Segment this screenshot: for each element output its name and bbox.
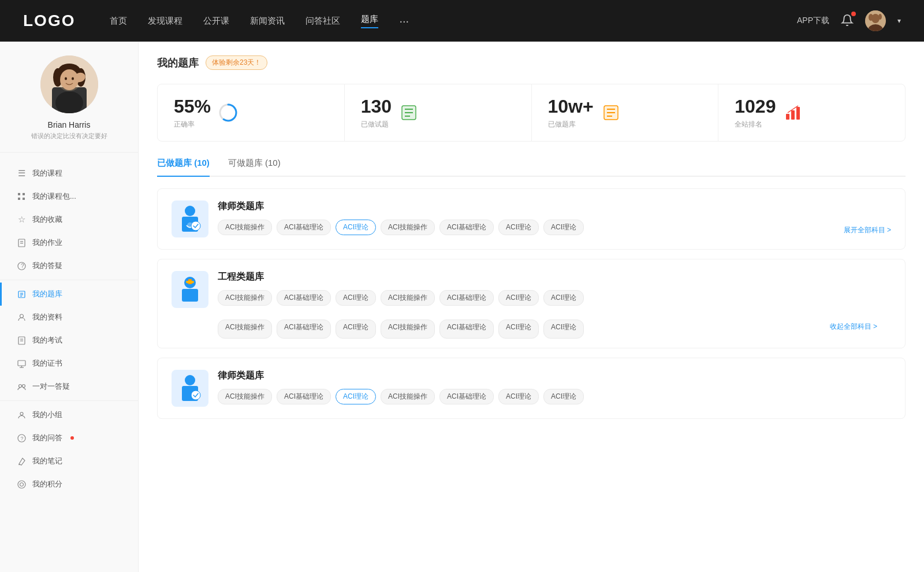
logo[interactable]: LOGO <box>23 12 75 30</box>
tag-2r-6[interactable]: ACI理论 <box>543 320 584 339</box>
stats-row: 55% 正确率 130 已做试题 <box>157 84 906 142</box>
sidebar-item-notes[interactable]: 我的笔记 <box>0 450 138 473</box>
tag-1-4[interactable]: ACI基础理论 <box>439 220 494 235</box>
quiz-bank-icon <box>16 289 27 299</box>
tag-1-1[interactable]: ACI基础理论 <box>277 220 331 235</box>
sidebar-item-homework[interactable]: 我的作业 <box>0 231 138 254</box>
app-download-button[interactable]: APP下载 <box>797 16 829 26</box>
sidebar-divider-2 <box>0 400 138 401</box>
tag-3-4[interactable]: ACI基础理论 <box>439 389 494 404</box>
page-header: 我的题库 体验剩余23天！ <box>157 55 906 70</box>
sidebar-item-group[interactable]: 我的小组 <box>0 403 138 426</box>
main-content: 我的题库 体验剩余23天！ 55% 正确率 <box>139 42 924 572</box>
tag-3-3[interactable]: ACI技能操作 <box>381 389 435 404</box>
tags-row-3: ACI技能操作 ACI基础理论 ACI理论 ACI技能操作 ACI基础理论 AC… <box>218 389 891 404</box>
user-menu-chevron[interactable]: ▾ <box>897 17 901 25</box>
svg-text:?: ? <box>21 263 24 269</box>
svg-point-61 <box>185 206 195 216</box>
sidebar-item-course[interactable]: ☰ 我的课程 <box>0 162 138 185</box>
avatar-image <box>865 10 886 31</box>
tag-2-5[interactable]: ACI理论 <box>498 290 539 306</box>
quiz-bank-header-2: 工程类题库 ACI技能操作 ACI基础理论 ACI理论 ACI技能操作 ACI基… <box>158 259 905 320</box>
sidebar-item-profile[interactable]: 我的资料 <box>0 306 138 329</box>
svg-point-64 <box>191 221 200 231</box>
svg-text:?: ? <box>20 436 23 441</box>
nav-more[interactable]: ··· <box>399 14 409 28</box>
tag-2r-4[interactable]: ACI基础理论 <box>439 320 494 339</box>
sidebar-item-points[interactable]: 我的积分 <box>0 473 138 496</box>
tags-row-2: ACI技能操作 ACI基础理论 ACI理论 ACI技能操作 ACI基础理论 AC… <box>218 290 891 306</box>
avatar-svg <box>40 55 98 113</box>
collapse-link-2[interactable]: 收起全部科目 > <box>816 320 891 339</box>
profile-section: Brian Harris 错误的决定比没有决定要好 <box>0 55 138 153</box>
profile-icon <box>16 312 27 322</box>
tag-2-4[interactable]: ACI基础理论 <box>439 290 494 306</box>
second-row-tags-2: ACI技能操作 ACI基础理论 ACI理论 ACI技能操作 ACI基础理论 AC… <box>204 320 905 348</box>
tab-todo[interactable]: 可做题库 (10) <box>228 158 281 176</box>
tag-2r-1[interactable]: ACI基础理论 <box>277 320 331 339</box>
tag-2r-3[interactable]: ACI技能操作 <box>381 320 435 339</box>
tag-1-2[interactable]: ACI理论 <box>336 220 376 235</box>
tag-3-2[interactable]: ACI理论 <box>336 389 376 404</box>
sidebar-item-quiz-bank[interactable]: 我的题库 <box>0 283 138 306</box>
sidebar-item-exam[interactable]: 我的考试 <box>0 329 138 352</box>
tag-2-0[interactable]: ACI技能操作 <box>218 290 272 306</box>
tag-2-2[interactable]: ACI理论 <box>336 290 376 306</box>
svg-point-44 <box>20 482 23 486</box>
stat-banks-value: 10w+ 已做题库 <box>548 96 594 129</box>
banks-done-icon <box>601 102 621 123</box>
notification-bell[interactable] <box>841 14 854 28</box>
quiz-bank-header-3: 律师类题库 ACI技能操作 ACI基础理论 ACI理论 ACI技能操作 ACI基… <box>158 358 905 418</box>
svg-rect-17 <box>18 193 20 195</box>
sidebar-item-question[interactable]: ? 我的问答 <box>0 426 138 450</box>
tag-3-0[interactable]: ACI技能操作 <box>218 389 272 404</box>
nav-home[interactable]: 首页 <box>110 16 127 27</box>
accuracy-chart-icon <box>218 102 239 123</box>
sidebar-divider-1 <box>0 280 138 280</box>
quiz-bank-header-1: 律师类题库 ACI技能操作 ACI基础理论 ACI理论 ACI技能操作 ACI基… <box>158 189 905 249</box>
tag-1-6[interactable]: ACI理论 <box>543 220 584 235</box>
exam-icon <box>16 335 27 346</box>
course-icon: ☰ <box>16 168 27 179</box>
nav-news[interactable]: 新闻资讯 <box>250 16 285 27</box>
user-avatar-nav[interactable] <box>865 10 886 31</box>
certificate-icon <box>16 358 27 369</box>
tab-done[interactable]: 已做题库 (10) <box>157 158 210 176</box>
engineer-bank-icon <box>172 271 208 308</box>
tag-2-1[interactable]: ACI基础理论 <box>277 290 331 306</box>
nav-qa[interactable]: 问答社区 <box>305 16 340 27</box>
stat-questions-done: 130 已做试题 <box>345 84 532 141</box>
stat-accuracy-value: 55% 正确率 <box>174 96 211 129</box>
tag-1-0[interactable]: ACI技能操作 <box>218 220 272 235</box>
tag-2-6[interactable]: ACI理论 <box>543 290 584 306</box>
sidebar-menu: ☰ 我的课程 我的课程包... ☆ 我的收藏 我的作业 <box>0 162 138 496</box>
expand-link-1[interactable]: 展开全部科目 > <box>844 225 891 235</box>
group-icon <box>16 410 27 420</box>
page-title: 我的题库 <box>157 56 199 70</box>
tag-2-3[interactable]: ACI技能操作 <box>381 290 435 306</box>
tag-3-6[interactable]: ACI理论 <box>543 389 584 404</box>
navbar-right: APP下载 ▾ <box>797 10 901 31</box>
sidebar-item-certificate[interactable]: 我的证书 <box>0 352 138 375</box>
svg-point-70 <box>185 375 195 385</box>
tag-1-5[interactable]: ACI理论 <box>498 220 539 235</box>
sidebar-item-course-package[interactable]: 我的课程包... <box>0 185 138 208</box>
nav-open-course[interactable]: 公开课 <box>203 16 229 27</box>
tag-2r-0[interactable]: ACI技能操作 <box>218 320 272 339</box>
nav-discover[interactable]: 发现课程 <box>148 16 182 27</box>
profile-motto: 错误的决定比没有决定要好 <box>12 132 126 140</box>
tag-2r-5[interactable]: ACI理论 <box>498 320 539 339</box>
tag-3-1[interactable]: ACI基础理论 <box>277 389 331 404</box>
stat-questions-value: 130 已做试题 <box>361 96 392 129</box>
quiz-bank-card-2: 工程类题库 ACI技能操作 ACI基础理论 ACI理论 ACI技能操作 ACI基… <box>157 259 906 348</box>
tag-2r-2[interactable]: ACI理论 <box>336 320 376 339</box>
nav-quiz[interactable]: 题库 <box>361 14 378 28</box>
quiz-bank-card-1: 律师类题库 ACI技能操作 ACI基础理论 ACI理论 ACI技能操作 ACI基… <box>157 188 906 250</box>
sidebar-item-1on1[interactable]: 一对一答疑 <box>0 375 138 398</box>
question-notification-dot <box>70 436 74 440</box>
sidebar-item-qa[interactable]: ? 我的答疑 <box>0 254 138 277</box>
homework-icon <box>16 237 27 248</box>
sidebar-item-favorites[interactable]: ☆ 我的收藏 <box>0 208 138 231</box>
tag-1-3[interactable]: ACI技能操作 <box>381 220 435 235</box>
tag-3-5[interactable]: ACI理论 <box>498 389 539 404</box>
